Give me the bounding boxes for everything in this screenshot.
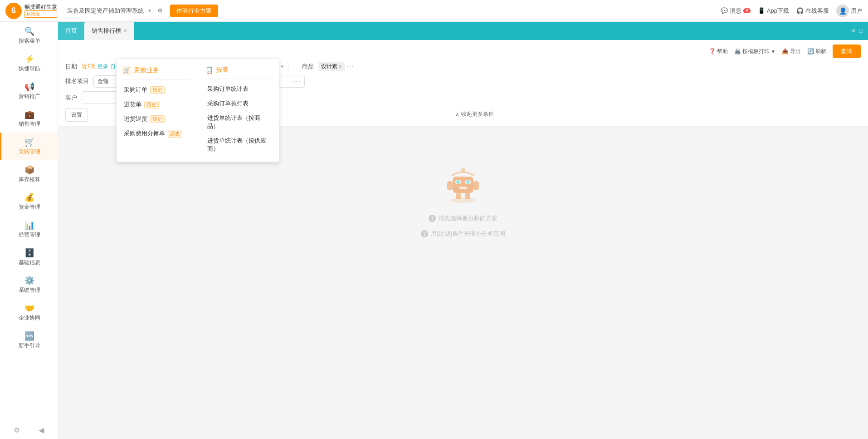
app-download-label: App下载 (767, 7, 789, 15)
sidebar-item-quicknav[interactable]: ⚡ 快捷导航 (0, 49, 58, 77)
help-link[interactable]: ❓ 帮助 (709, 48, 728, 55)
title-dropdown-arrow[interactable]: ▼ (147, 8, 152, 13)
user-avatar: 👤 (836, 5, 849, 17)
collapse-button[interactable]: ∧ 收起更多条件 (455, 110, 494, 118)
customer-label: 客户 (65, 94, 77, 102)
svg-point-0 (450, 197, 476, 203)
goods-tag-close[interactable]: × (339, 64, 342, 70)
content-area: 首页 销售排行榜 × ✕ □ ❓ (58, 22, 868, 439)
sidebar-settings-btn[interactable]: ⚙ (14, 426, 20, 434)
date-7days-btn[interactable]: 近7天 (82, 63, 96, 70)
search-icon: 🔍 (24, 26, 34, 36)
purchase-order-exec-label: 采购订单执行表 (207, 99, 249, 108)
menu-item-purchase-order[interactable]: 采购订单 历史 (122, 83, 190, 97)
sidebar-item-sales[interactable]: 💼 销售管理 (0, 105, 58, 133)
sidebar-item-newbie[interactable]: 🆕 新手引导 (0, 326, 58, 354)
menu-item-receipt-stat-goods[interactable]: 进货单统计表（按商品） (205, 111, 274, 133)
finance-icon: 💰 (24, 192, 34, 202)
sidebar-item-finance[interactable]: 💰 资金管理 (0, 188, 58, 216)
rank-project-label: 排名项目 (65, 77, 89, 85)
tab-action-maximize[interactable]: □ (859, 28, 863, 34)
print-icon: 🖨️ (734, 48, 741, 54)
refresh-link[interactable]: 🔄 刷新 (807, 48, 826, 55)
logo-icon: 6 (5, 3, 22, 19)
rank-value-text: 金额 (98, 78, 108, 85)
logo-text: 畅捷通好生意 标准版 (24, 4, 57, 18)
goods-filter-dots[interactable]: ··· (346, 63, 354, 71)
user-btn[interactable]: 👤 用户 (836, 5, 863, 17)
svg-rect-1 (453, 177, 473, 193)
online-service-btn[interactable]: 🎧 在线客服 (796, 7, 829, 15)
purchase-receipt-hist: 历史 (144, 101, 159, 109)
tab-actions: ✕ □ (851, 28, 868, 34)
purchase-title-text: 采购业务 (134, 66, 159, 74)
online-service-label: 在线客服 (805, 7, 829, 15)
top-bar: 6 畅捷通好生意 标准版 装备及固定资产辅助管理系统 ▼ ⚙ 体验行业方案 💬 … (0, 0, 868, 22)
print-dropdown-arrow[interactable]: ▼ (771, 49, 775, 54)
sidebar-item-enterprise[interactable]: 🤝 企业协同 (0, 299, 58, 326)
sidebar-item-basic-info[interactable]: 🗄️ 基础信息 (0, 243, 58, 271)
logo-name: 畅捷通好生意 (24, 4, 57, 11)
sidebar-item-system[interactable]: ⚙️ 系统管理 (0, 271, 58, 299)
message-icon: 💬 (721, 7, 728, 14)
sidebar-label-sales: 销售管理 (19, 120, 40, 128)
settings-icon-btn[interactable]: ⚙ (154, 5, 166, 17)
user-label: 用户 (851, 7, 863, 15)
menu-item-purchase-expense[interactable]: 采购费用分摊单 历史 (122, 126, 190, 141)
menu-item-purchase-order-stat[interactable]: 采购订单统计表 (205, 82, 274, 96)
report-col: 📋 报表 采购订单统计表 采购订单执行表 进货单统计表（按商品） (200, 64, 279, 156)
menu-divider (198, 64, 198, 156)
help-icon: ❓ (709, 48, 716, 54)
menu-item-receipt-stat-supplier[interactable]: 进货单统计表（按供应商） (205, 133, 274, 156)
goods-tag-text: 设计素 (321, 63, 337, 70)
enterprise-icon: 🤝 (24, 303, 34, 313)
menu-item-purchase-receipt[interactable]: 进货单 历史 (122, 97, 190, 112)
app-download-btn[interactable]: 📱 App下载 (758, 7, 789, 15)
tab-home[interactable]: 首页 (58, 22, 84, 40)
headset-icon: 🎧 (796, 7, 804, 14)
sidebar-collapse-btn[interactable]: ◀ (39, 426, 44, 434)
query-button[interactable]: 查询 (833, 44, 861, 58)
sidebar-item-purchase[interactable]: 🛒 采购管理 (0, 133, 58, 160)
sidebar-label-purchase: 采购管理 (19, 148, 40, 156)
date-more-btn[interactable]: 更多 (98, 63, 108, 70)
settings-button[interactable]: 设置 (65, 109, 88, 122)
sidebar-label-newbie: 新手引导 (19, 342, 40, 350)
phone-icon: 📱 (758, 7, 765, 14)
menu-item-purchase-order-exec[interactable]: 采购订单执行表 (205, 96, 274, 111)
purchase-col-title: 🛒 采购业务 (122, 64, 190, 80)
inventory-icon: 📦 (24, 165, 34, 175)
export-link[interactable]: 📤 导出 (782, 48, 801, 55)
export-icon: 📤 (782, 48, 789, 54)
sidebar-item-search[interactable]: 🔍 搜索菜单 (0, 22, 58, 49)
svg-rect-6 (473, 181, 479, 190)
purchase-order-hist: 历史 (150, 86, 165, 94)
date-filter-label: 日期 (65, 63, 77, 71)
industry-btn[interactable]: 体验行业方案 (170, 5, 218, 17)
sidebar-label-basicinfo: 基础信息 (19, 259, 40, 266)
print-link[interactable]: 🖨️ 按模板打印 ▼ (734, 48, 775, 55)
tab-sales-ranking[interactable]: 销售排行榜 × (84, 22, 134, 40)
tab-sales-ranking-label: 销售排行榜 (92, 27, 121, 35)
sidebar-item-inventory[interactable]: 📦 库存核算 (0, 160, 58, 188)
empty-tip2-text: 用[过滤]条件来缩小分析范围 (431, 228, 505, 240)
sidebar-label-quicknav: 快捷导航 (19, 65, 40, 73)
sidebar-item-marketing[interactable]: 📢 营销推广 (0, 77, 58, 105)
message-btn[interactable]: 💬 消息 9 (721, 7, 751, 15)
tab-action-close[interactable]: ✕ (851, 28, 856, 34)
app-container: 6 畅捷通好生意 标准版 装备及固定资产辅助管理系统 ▼ ⚙ 体验行业方案 💬 … (0, 0, 868, 439)
system-title-text: 装备及固定资产辅助管理系统 (67, 7, 144, 15)
sidebar-label-search: 搜索菜单 (19, 37, 40, 45)
svg-rect-7 (456, 193, 461, 199)
print-label: 按模板打印 (742, 48, 770, 55)
salesperson-dots[interactable]: ··· (293, 77, 301, 85)
receipt-stat-goods-label: 进货单统计表（按商品） (207, 114, 272, 130)
purchase-order-label: 采购订单 (124, 86, 147, 94)
tab-close-icon[interactable]: × (124, 28, 127, 34)
system-icon: ⚙️ (24, 276, 34, 286)
sidebar-item-operations[interactable]: 📊 经营管理 (0, 216, 58, 243)
menu-item-purchase-return[interactable]: 进货退货 历史 (122, 112, 190, 126)
report-col-title: 📋 报表 (205, 64, 274, 79)
svg-rect-8 (465, 193, 470, 199)
svg-rect-5 (447, 181, 453, 190)
